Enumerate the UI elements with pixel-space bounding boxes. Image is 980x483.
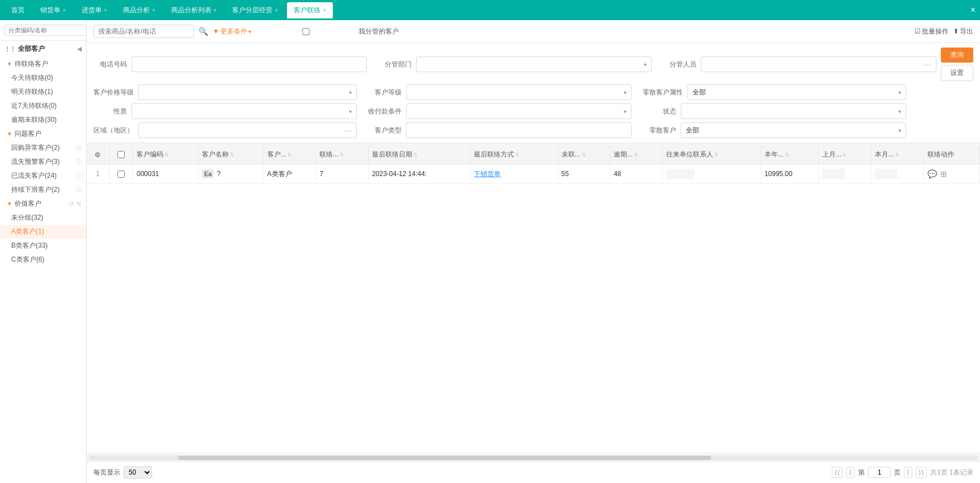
th-contact-count: 联络... ⇅ [316, 145, 369, 164]
nav-purchase-order[interactable]: 进货单 × [75, 2, 114, 18]
filter-department-input[interactable]: ▾ [416, 56, 652, 72]
filter-retail-input[interactable]: 全部 ▾ [681, 122, 906, 138]
my-customers-check[interactable] [256, 28, 356, 35]
page-size-select[interactable]: 50 20 100 [124, 466, 152, 479]
filter-customer-type-input[interactable] [406, 122, 632, 138]
filter-status-input[interactable]: ▾ [681, 103, 906, 119]
chevron-down-icon: ▾ [248, 29, 251, 35]
triangle-icon: ▼ [7, 61, 12, 67]
sidebar-item-churned[interactable]: 已流失客户(24) ⓘ [0, 169, 86, 183]
customer-table: ⚙ 客户编码 ⇅ [87, 145, 980, 184]
table-header-row: ⚙ 客户编码 ⇅ [87, 145, 980, 164]
sidebar-item-repurchase-abnormal[interactable]: 回购异常客户(2) ⓘ [0, 141, 86, 155]
td-this-year: 10995.00 [761, 164, 819, 184]
close-product-analysis-icon[interactable]: × [152, 7, 156, 13]
sidebar-item-overdue[interactable]: 逾期未联络(30) [0, 113, 86, 127]
nav-customer-contact[interactable]: 客户联络 × [287, 2, 333, 18]
search-input[interactable] [93, 25, 194, 38]
chevron-down-icon8: ▾ [898, 108, 901, 115]
filter-row-2: 客户价格等级 ▾ 客户等级 ▾ [93, 84, 973, 100]
refresh-icon[interactable]: ↺ [68, 200, 74, 208]
nav-product-analysis[interactable]: 商品分析 × [116, 2, 162, 18]
sort-type-icon: ⇅ [288, 152, 292, 158]
export-button[interactable]: ⬆ 导出 [953, 27, 973, 36]
sidebar-item-today[interactable]: 今天待联络(0) [0, 71, 86, 85]
close-customer-segmentation-icon[interactable]: × [275, 7, 278, 13]
filter-nature-input[interactable]: ▾ [131, 103, 357, 119]
sidebar-item-c-class[interactable]: C类客户(6) [0, 253, 86, 267]
td-last-contact-method[interactable]: 下销货单 [470, 164, 558, 184]
nav-product-analysis-list[interactable]: 商品分析列表 × [164, 2, 224, 18]
sidebar-item-b-class[interactable]: B类客户(33) [0, 239, 86, 253]
sidebar-problem-customers-group[interactable]: ▼ 问题客户 [0, 127, 86, 141]
more-filters-button[interactable]: ▼ 更多条件 ▾ [213, 27, 251, 36]
sidebar-item-unclassified[interactable]: 未分组(32) [0, 211, 86, 225]
edit-icon[interactable]: ✎ [76, 200, 82, 208]
contact-person-cell [666, 169, 694, 179]
filter-region-input[interactable]: ··· [138, 122, 357, 138]
my-customers-checkbox[interactable]: 我分管的客户 [256, 27, 399, 36]
sidebar-search-area: 🔍 [0, 20, 86, 41]
filter-status: 状态 ▾ [643, 103, 906, 119]
chevron-down-icon3: ▾ [349, 89, 352, 96]
filter-phone-input[interactable] [131, 56, 367, 72]
info-icon-2: ⓘ [76, 158, 82, 166]
filter-row-3: 性质 ▾ 收付款条件 ▾ [93, 103, 973, 119]
th-this-year: 本年... ⇅ [761, 145, 819, 164]
top-nav: 首页 销货单 × 进货单 × 商品分析 × 商品分析列表 × 客户分层经营 × … [0, 0, 980, 20]
sidebar-value-customers-group[interactable]: ▼ 价值客户 ↺ ✎ [0, 197, 86, 211]
close-all-icon[interactable]: × [970, 5, 976, 15]
gear-icon[interactable]: ⚙ [95, 151, 101, 159]
sidebar-item-a-class[interactable]: A类客户(1) [0, 225, 86, 239]
sidebar-item-churn-warning[interactable]: 流失预警客户(3) ⓘ [0, 155, 86, 169]
nav-home[interactable]: 首页 [4, 2, 31, 18]
close-customer-contact-icon[interactable]: × [323, 7, 326, 13]
dots-icon: ··· [923, 60, 931, 69]
sort-date-icon: ⇅ [413, 152, 418, 158]
page-number-input[interactable] [868, 467, 891, 478]
sidebar-all-customers[interactable]: ⋮⋮ 全部客户 ◀ [0, 41, 86, 57]
filter-payment: 收付款条件 ▾ [368, 103, 632, 119]
filter-search-icon[interactable]: 🔍 [199, 27, 208, 36]
triangle-icon2: ▼ [7, 131, 12, 137]
bulk-op-button[interactable]: ☑ 批量操作 [915, 27, 949, 36]
horizontal-scrollbar[interactable] [87, 454, 980, 461]
sidebar-search-input[interactable] [4, 25, 87, 36]
next-page-button[interactable]: ⟩ [904, 467, 912, 478]
filter-person-input[interactable]: ··· [701, 56, 936, 72]
td-overdue: 48 [610, 164, 663, 184]
filter-retail-attr-input[interactable]: 全部 ▾ [687, 84, 906, 100]
sidebar-item-declining[interactable]: 持续下滑客户(2) ⓘ [0, 183, 86, 197]
td-last-month [819, 164, 871, 184]
close-sales-order-icon[interactable]: × [63, 7, 66, 13]
scrollbar-thumb[interactable] [178, 456, 711, 460]
nav-sales-order[interactable]: 销货单 × [34, 2, 73, 18]
pagination-bar: 每页显示 50 20 100 ⟨⟨ ⟨ 第 页 ⟩ ⟩⟩ 共1页 1条记录 [87, 461, 980, 483]
filter-retail-attr: 零散客户属性 全部 ▾ [643, 84, 906, 100]
nav-customer-segmentation[interactable]: 客户分层经营 × [225, 2, 285, 18]
triangle-icon3: ▼ [7, 201, 12, 207]
sidebar-item-7days[interactable]: 近7天待联络(0) [0, 99, 86, 113]
close-product-analysis-list-icon[interactable]: × [214, 7, 217, 13]
query-button[interactable]: 查询 [941, 48, 973, 63]
last-page-button[interactable]: ⟩⟩ [916, 467, 927, 478]
filter-price-level: 客户价格等级 ▾ [93, 84, 357, 100]
select-all-checkbox[interactable] [117, 151, 125, 158]
content-area: 🔍 ▼ 更多条件 ▾ 我分管的客户 ☑ 批量操作 ⬆ 导出 [87, 20, 980, 483]
filter-price-level-input[interactable]: ▾ [138, 84, 357, 100]
first-page-button[interactable]: ⟨⟨ [832, 467, 843, 478]
td-not-contacted: 55 [558, 164, 610, 184]
scrollbar-track [89, 456, 978, 460]
sidebar-item-tomorrow[interactable]: 明天待联络(1) [0, 85, 86, 99]
close-purchase-order-icon[interactable]: × [104, 7, 107, 13]
qr-icon[interactable]: ⊞ [940, 169, 947, 178]
row-checkbox[interactable] [117, 171, 125, 178]
prev-page-button[interactable]: ⟨ [846, 467, 855, 478]
th-not-contacted: 未联... ⇅ [558, 145, 610, 164]
filter-customer-level-input[interactable]: ▾ [406, 84, 632, 100]
settings-button[interactable]: 设置 [941, 65, 973, 81]
this-month-cell [875, 169, 897, 179]
filter-payment-input[interactable]: ▾ [406, 103, 632, 119]
message-icon[interactable]: 💬 [927, 169, 937, 178]
sidebar-pending-contact-group[interactable]: ▼ 待联络客户 [0, 57, 86, 71]
